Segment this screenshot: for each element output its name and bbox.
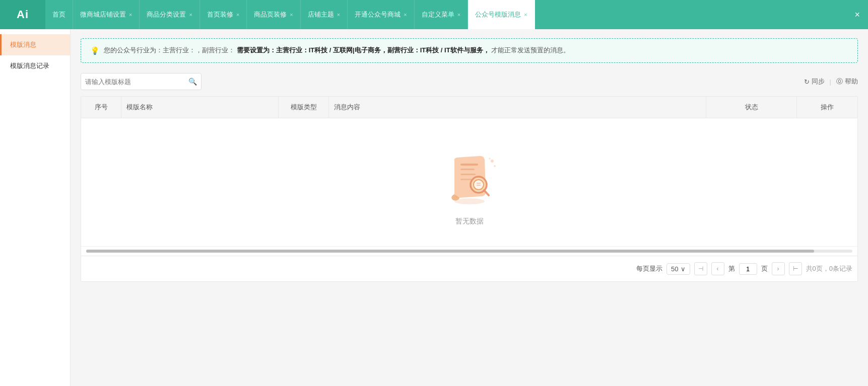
- col-header-action: 操作: [797, 97, 857, 118]
- scrollbar-track[interactable]: [86, 250, 852, 253]
- sidebar-item[interactable]: 模版消息记录: [0, 55, 70, 76]
- close-all-button[interactable]: ×: [846, 0, 868, 29]
- sync-button[interactable]: ↻ 同步: [804, 77, 825, 86]
- svg-rect-2: [460, 169, 475, 170]
- tab-close-icon[interactable]: ×: [236, 12, 239, 18]
- nav-tabs: 首页微商城店铺设置×商品分类设置×首页装修×商品页装修×店铺主题×开通公众号商城…: [45, 0, 846, 29]
- page-size-value: 50: [671, 265, 678, 273]
- page-size-select[interactable]: 50 ∨: [666, 263, 690, 275]
- help-label: 帮助: [845, 77, 858, 86]
- tab-close-icon[interactable]: ×: [404, 12, 407, 18]
- nav-tab[interactable]: 商品页装修×: [247, 0, 300, 29]
- notice-text: 您的公众号行业为：主营行业：，副营行业： 需要设置为：主营行业：IT科技 / 互…: [104, 46, 570, 55]
- nav-tab[interactable]: 自定义菜单×: [415, 0, 468, 29]
- col-header-type: 模版类型: [279, 97, 329, 118]
- scrollbar-thumb[interactable]: [86, 250, 814, 253]
- sidebar: 模版消息模版消息记录: [0, 29, 71, 386]
- scrollbar-row: [81, 246, 857, 256]
- toolbar-divider: |: [830, 78, 831, 86]
- help-icon: ⓪: [836, 77, 843, 86]
- help-button[interactable]: ⓪ 帮助: [836, 77, 858, 86]
- next-page-button[interactable]: ›: [772, 262, 785, 275]
- table-header: 序号 模版名称 模版类型 消息内容 状态 操作: [81, 97, 857, 118]
- nav-tab[interactable]: 店铺主题×: [301, 0, 348, 29]
- nav-tab[interactable]: 首页: [45, 0, 73, 29]
- nav-logo: Ai: [0, 0, 45, 29]
- svg-rect-1: [460, 164, 478, 166]
- last-page-button[interactable]: ⊢: [789, 262, 802, 275]
- page-unit: 页: [761, 264, 768, 273]
- svg-point-0: [454, 198, 485, 204]
- prev-page-button[interactable]: ‹: [711, 262, 724, 275]
- toolbar-right: ↻ 同步 | ⓪ 帮助: [804, 77, 858, 86]
- tab-close-icon[interactable]: ×: [457, 12, 460, 18]
- svg-point-11: [494, 165, 496, 167]
- tab-close-icon[interactable]: ×: [524, 12, 527, 18]
- col-header-name: 模版名称: [121, 97, 279, 118]
- empty-state: 暂无数据: [81, 118, 857, 246]
- empty-text: 暂无数据: [455, 217, 484, 226]
- tab-close-icon[interactable]: ×: [129, 12, 132, 18]
- page-total: 共0页，0条记录: [806, 264, 852, 273]
- search-box: 🔍: [81, 73, 202, 90]
- notice-box: 💡 您的公众号行业为：主营行业：，副营行业： 需要设置为：主营行业：IT科技 /…: [81, 38, 858, 63]
- content-area: 💡 您的公众号行业为：主营行业：，副营行业： 需要设置为：主营行业：IT科技 /…: [71, 29, 868, 386]
- sidebar-item[interactable]: 模版消息: [0, 34, 70, 55]
- toolbar-row: 🔍 ↻ 同步 | ⓪ 帮助: [81, 73, 858, 90]
- col-header-status: 状态: [706, 97, 797, 118]
- nav-tab[interactable]: 商品分类设置×: [140, 0, 199, 29]
- notice-highlight: 需要设置为：主营行业：IT科技 / 互联网|电子商务，副营行业：IT科技 / I…: [237, 46, 490, 54]
- svg-point-12: [489, 158, 491, 160]
- sync-label: 同步: [812, 77, 825, 86]
- table-wrapper: 序号 模版名称 模版类型 消息内容 状态 操作: [81, 96, 858, 282]
- col-header-content: 消息内容: [329, 97, 706, 118]
- nav-tab[interactable]: 首页装修×: [200, 0, 247, 29]
- svg-rect-3: [460, 174, 476, 175]
- page-label: 第: [728, 264, 735, 273]
- pagination: 每页显示 50 ∨ ⊣ ‹ 第 页 › ⊢ 共0页，0条记录: [81, 256, 857, 281]
- search-icon[interactable]: 🔍: [188, 78, 197, 86]
- nav-tab[interactable]: 微商城店铺设置×: [73, 0, 140, 29]
- empty-icon: [439, 148, 500, 209]
- tab-close-icon[interactable]: ×: [337, 12, 340, 18]
- nav-tab[interactable]: 公众号模版消息×: [468, 0, 535, 29]
- page-number-input[interactable]: [739, 263, 757, 275]
- bulb-icon: 💡: [90, 46, 100, 55]
- svg-rect-4: [460, 179, 472, 180]
- tab-close-icon[interactable]: ×: [189, 12, 192, 18]
- search-input[interactable]: [85, 78, 188, 86]
- main-layout: 模版消息模版消息记录 💡 您的公众号行业为：主营行业：，副营行业： 需要设置为：…: [0, 29, 868, 386]
- chevron-down-icon: ∨: [681, 265, 686, 273]
- page-size-label: 每页显示: [636, 264, 662, 273]
- sync-icon: ↻: [804, 78, 810, 86]
- col-header-seq: 序号: [81, 97, 121, 118]
- svg-point-6: [474, 180, 484, 190]
- tab-close-icon[interactable]: ×: [290, 12, 293, 18]
- svg-point-10: [491, 160, 494, 163]
- first-page-button[interactable]: ⊣: [694, 262, 707, 275]
- nav-tab[interactable]: 开通公众号商城×: [348, 0, 414, 29]
- top-nav: Ai 首页微商城店铺设置×商品分类设置×首页装修×商品页装修×店铺主题×开通公众…: [0, 0, 868, 29]
